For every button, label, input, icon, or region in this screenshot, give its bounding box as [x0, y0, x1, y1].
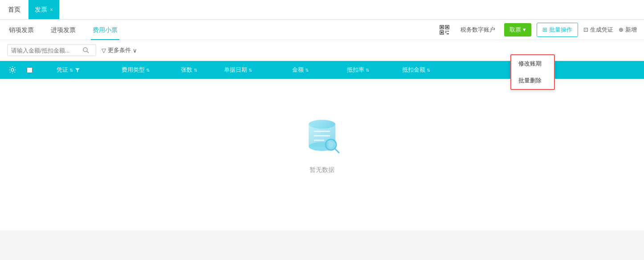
nav-home[interactable]: 首页 — [0, 0, 29, 19]
sort-deduct-rate-icon[interactable]: ⇅ — [366, 68, 369, 73]
batch-op-label: 批量操作 — [549, 26, 572, 34]
svg-point-22 — [328, 142, 334, 147]
dropdown-item-modify-period[interactable]: 修改账期 — [511, 55, 554, 72]
sort-date-icon[interactable]: ⇅ — [249, 68, 252, 73]
take-ticket-button[interactable]: 取票 ▾ — [504, 23, 531, 37]
select-all-checkbox[interactable] — [27, 67, 33, 73]
more-conditions-button[interactable]: ▽ 更多条件 ∨ — [102, 46, 137, 54]
nav-tab-invoice[interactable]: 发票 × — [29, 0, 59, 19]
empty-text: 暂无数据 — [310, 166, 334, 174]
sort-voucher-icon[interactable]: ⇅ — [69, 68, 73, 73]
dropdown-menu: 修改账期 批量删除 — [510, 54, 555, 90]
svg-rect-8 — [448, 31, 449, 32]
svg-line-23 — [335, 149, 339, 153]
take-ticket-label: 取票 — [509, 26, 521, 34]
filter-voucher-icon[interactable] — [74, 67, 81, 73]
sub-nav-left: 销项发票 进项发票 费用小票 — [7, 20, 119, 40]
add-button[interactable]: ⊕ 新增 — [619, 26, 637, 34]
more-conditions-label: 更多条件 — [108, 46, 131, 54]
sub-nav-right: 税务数字账户 取票 ▾ ⊞ 批量操作 ⊡ 生成凭证 ⊕ 新增 — [437, 23, 637, 37]
tab-expense[interactable]: 费用小票 — [91, 20, 119, 40]
nav-tab-label: 发票 — [35, 6, 47, 14]
svg-line-12 — [87, 51, 89, 53]
svg-point-13 — [11, 69, 14, 71]
qr-icon-button[interactable] — [437, 23, 452, 37]
batch-op-icon: ⊞ — [542, 26, 547, 33]
th-expense-type: 费用类型 ⇅ — [100, 66, 171, 74]
th-voucher: 凭证 ⇅ — [37, 66, 100, 74]
svg-rect-7 — [447, 31, 448, 32]
take-ticket-arrow: ▾ — [523, 26, 526, 33]
svg-marker-14 — [75, 68, 80, 72]
th-deduct-rate: 抵扣率 ⇅ — [331, 66, 385, 74]
svg-rect-9 — [445, 32, 446, 33]
sort-amount-icon[interactable]: ⇅ — [305, 68, 309, 73]
sort-expense-icon[interactable]: ⇅ — [146, 68, 150, 73]
tax-account-button[interactable]: 税务数字账户 — [457, 24, 499, 36]
svg-point-11 — [83, 48, 87, 52]
svg-rect-6 — [445, 31, 446, 32]
svg-rect-1 — [441, 26, 443, 28]
th-amount: 金额 ⇅ — [269, 66, 331, 74]
empty-state: 暂无数据 — [0, 79, 644, 192]
add-icon: ⊕ — [619, 26, 624, 33]
svg-rect-10 — [447, 33, 449, 34]
page-wrapper: 首页 发票 × 销项发票 进项发票 费用小票 — [0, 0, 644, 230]
search-input[interactable] — [11, 47, 82, 54]
th-checkbox[interactable] — [21, 67, 37, 73]
search-input-wrap[interactable] — [7, 45, 96, 56]
th-date: 单据日期 ⇅ — [207, 66, 269, 74]
settings-icon — [8, 66, 16, 74]
add-label: 新增 — [625, 26, 637, 34]
filter-icon: ▽ — [102, 47, 106, 54]
sort-deduct-amount-icon[interactable]: ⇅ — [427, 68, 430, 73]
search-icon — [82, 47, 90, 54]
gen-voucher-button[interactable]: ⊡ 生成凭证 — [583, 26, 613, 34]
svg-rect-5 — [441, 32, 443, 33]
dropdown-item-batch-delete[interactable]: 批量删除 — [511, 72, 554, 89]
batch-op-button[interactable]: ⊞ 批量操作 — [537, 23, 578, 37]
sort-count-icon[interactable]: ⇅ — [194, 68, 197, 73]
close-icon[interactable]: × — [50, 7, 53, 13]
tab-sales[interactable]: 销项发票 — [7, 20, 36, 40]
main-content: 暂无数据 — [0, 79, 644, 230]
gen-voucher-icon: ⊡ — [583, 26, 588, 33]
gen-voucher-label: 生成凭证 — [590, 26, 613, 34]
empty-illustration — [300, 114, 344, 159]
tab-purchase[interactable]: 进项发票 — [49, 20, 77, 40]
th-count: 张数 ⇅ — [171, 66, 207, 74]
svg-rect-3 — [446, 26, 448, 28]
th-settings[interactable] — [4, 66, 21, 74]
chevron-down-icon: ∨ — [133, 47, 137, 54]
sub-nav: 销项发票 进项发票 费用小票 税务数字 — [0, 20, 644, 40]
th-deduct-amount: 抵扣金额 ⇅ — [385, 66, 447, 74]
top-nav: 首页 发票 × — [0, 0, 644, 20]
qr-icon — [440, 25, 449, 35]
